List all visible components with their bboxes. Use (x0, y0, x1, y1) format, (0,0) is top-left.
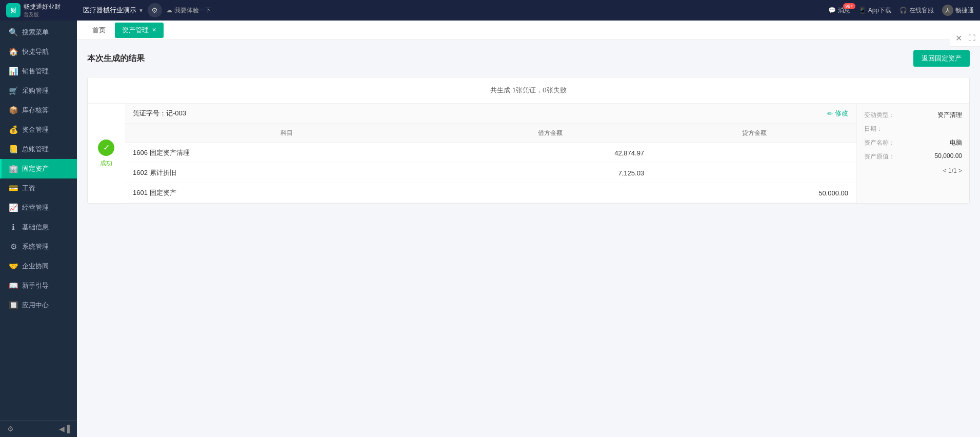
sidebar-item-fixed-assets[interactable]: 🏢 固定资产 (0, 159, 77, 178)
voucher-number: 凭证字号：记-003 (133, 109, 186, 118)
original-value-row: 资产原值： 50,000.00 (864, 152, 962, 161)
sidebar-item-sales[interactable]: 📊 销售管理 (0, 62, 77, 81)
success-mark: ✓ 成功 (88, 104, 125, 203)
company-selector[interactable]: 医疗器械行业演示 ▼ (83, 6, 144, 15)
row3-debit (448, 183, 652, 203)
date-label: 日期： (864, 125, 883, 133)
col-credit: 贷方金额 (652, 124, 856, 143)
home-icon: 🏠 (9, 47, 18, 56)
sidebar-item-finance[interactable]: 💰 资金管理 (0, 120, 77, 140)
sidebar-item-search[interactable]: 🔍 搜索菜单 (0, 23, 77, 42)
edit-button[interactable]: ✏ 修改 (827, 109, 848, 118)
sidebar-label-sales: 销售管理 (22, 67, 49, 76)
sidebar-bottom: ⚙ ◀▐ (0, 420, 77, 437)
asset-name-label: 资产名称： (864, 138, 895, 147)
content-area: 首页 资产管理 ✕ 本次生成的结果 返回固定资产 共生成 1张凭证，0张失败 (77, 21, 980, 437)
pagination[interactable]: < 1/1 > (864, 167, 962, 174)
page-content: 本次生成的结果 返回固定资产 共生成 1张凭证，0张失败 ✓ 成功 (77, 40, 980, 437)
sidebar-item-guide[interactable]: 📖 新手引导 (0, 276, 77, 295)
date-row: 日期： (864, 125, 962, 133)
sidebar-settings-icon[interactable]: ⚙ (7, 425, 14, 433)
sidebar-collapse-icon[interactable]: ◀▐ (59, 425, 70, 433)
app-download-label: App下载 (868, 6, 891, 15)
avatar: 人 (942, 5, 953, 16)
page-title: 本次生成的结果 (87, 53, 145, 64)
change-type-row: 变动类型： 资产清理 (864, 111, 962, 120)
row2-subject: 1602 累计折旧 (125, 163, 448, 183)
chevron-down-icon: ▼ (138, 8, 144, 13)
voucher-table: 科目 借方金额 贷方金额 1606 固定资产清理 42,874.97 (125, 124, 856, 203)
row3-subject: 1601 固定资产 (125, 183, 448, 203)
col-debit: 借方金额 (448, 124, 652, 143)
gear-icon: ⚙ (151, 6, 158, 14)
online-service-action[interactable]: 🎧 在线客服 (899, 6, 934, 15)
logo-area: 财 畅捷通好业财 普及版 (6, 3, 83, 18)
asset-name-value: 电脑 (950, 138, 962, 147)
cloud-icon: ☁ (166, 7, 172, 14)
settings-icon-btn[interactable]: ⚙ (148, 3, 162, 17)
sidebar-label-ledger: 总账管理 (22, 145, 49, 154)
table-header-row: 科目 借方金额 贷方金额 (125, 124, 856, 143)
sidebar-label-app-center: 应用中心 (22, 301, 49, 310)
sidebar-item-payroll[interactable]: 💳 工资 (0, 178, 77, 198)
sidebar-item-inventory[interactable]: 📦 库存核算 (0, 101, 77, 120)
voucher-main: 凭证字号：记-003 ✏ 修改 科目 借方金额 (125, 104, 856, 203)
app-download-action[interactable]: 📱 App下载 (858, 6, 891, 15)
top-header: 财 畅捷通好业财 普及版 医疗器械行业演示 ▼ ⚙ ☁ 我要体验一下 💬 消息 (0, 0, 980, 21)
tab-asset-mgmt-label: 资产管理 (122, 26, 149, 35)
sidebar-label-purchase: 采购管理 (22, 86, 49, 95)
sidebar-item-system[interactable]: ⚙ 系统管理 (0, 237, 77, 256)
inventory-icon: 📦 (9, 106, 18, 115)
expand-window-button[interactable]: ⛶ (966, 32, 978, 44)
headset-icon: 🎧 (899, 7, 907, 14)
close-window-button[interactable]: ✕ (952, 32, 965, 44)
guide-icon: 📖 (9, 281, 18, 290)
sidebar-item-enterprise[interactable]: 🤝 企业协同 (0, 256, 77, 276)
sidebar-label-guide: 新手引导 (22, 281, 49, 290)
header-right: 💬 消息 99+ 📱 App下载 🎧 在线客服 人 畅捷通 (828, 5, 974, 16)
table-row: 1602 累计折旧 7,125.03 (125, 163, 856, 183)
original-value-value: 50,000.00 (935, 152, 962, 161)
tab-home-label: 首页 (92, 26, 106, 34)
row1-debit: 42,874.97 (448, 143, 652, 163)
sales-icon: 📊 (9, 67, 18, 76)
sidebar-label-basic-info: 基础信息 (22, 223, 49, 232)
user-area[interactable]: 人 畅捷通 (942, 5, 974, 16)
success-text: 成功 (100, 159, 112, 168)
edit-icon: ✏ (827, 110, 833, 117)
voucher-right-panel: 变动类型： 资产清理 日期： 资产名称： 电脑 (856, 104, 969, 203)
main-layout: 🔍 搜索菜单 🏠 快捷导航 📊 销售管理 🛒 采购管理 📦 库存核 (0, 21, 980, 437)
user-name: 畅捷通 (955, 6, 974, 15)
tab-home[interactable]: 首页 (85, 23, 113, 38)
row2-credit (652, 163, 856, 183)
result-panel: 共生成 1张凭证，0张失败 ✓ 成功 凭证字号：记-003 (87, 77, 970, 204)
tab-bar: 首页 资产管理 ✕ (77, 21, 980, 40)
sidebar-label-system: 系统管理 (22, 242, 49, 251)
logo-icon: 财 (6, 3, 21, 17)
basic-info-icon: ℹ (9, 223, 18, 232)
logo-text: 畅捷通好业财 普及版 (24, 3, 61, 18)
sidebar-label-finance: 资金管理 (22, 125, 49, 134)
sidebar-item-basic-info[interactable]: ℹ 基础信息 (0, 217, 77, 237)
sidebar-item-operations[interactable]: 📈 经营管理 (0, 198, 77, 217)
online-service-label: 在线客服 (909, 6, 934, 15)
sidebar-item-app-center[interactable]: 🔲 应用中心 (0, 295, 77, 315)
sidebar-label-payroll: 工资 (22, 184, 35, 193)
row1-credit (652, 143, 856, 163)
message-badge: 99+ (843, 3, 855, 9)
tab-asset-mgmt[interactable]: 资产管理 ✕ (115, 23, 164, 38)
ledger-icon: 📒 (9, 145, 18, 154)
payroll-icon: 💳 (9, 184, 18, 193)
sidebar-item-purchase[interactable]: 🛒 采购管理 (0, 81, 77, 101)
tab-close-icon[interactable]: ✕ (152, 27, 156, 33)
sidebar-label-inventory: 库存核算 (22, 106, 49, 115)
sidebar-item-quick-nav[interactable]: 🏠 快捷导航 (0, 42, 77, 62)
return-button[interactable]: 返回固定资产 (913, 50, 970, 67)
experience-btn[interactable]: ☁ 我要体验一下 (166, 6, 211, 15)
row1-subject: 1606 固定资产清理 (125, 143, 448, 163)
message-action[interactable]: 💬 消息 99+ (828, 6, 850, 15)
sidebar-item-ledger[interactable]: 📒 总账管理 (0, 140, 77, 159)
sidebar-label-enterprise: 企业协同 (22, 262, 49, 271)
change-type-value: 资产清理 (937, 111, 962, 120)
success-circle: ✓ (98, 140, 114, 156)
